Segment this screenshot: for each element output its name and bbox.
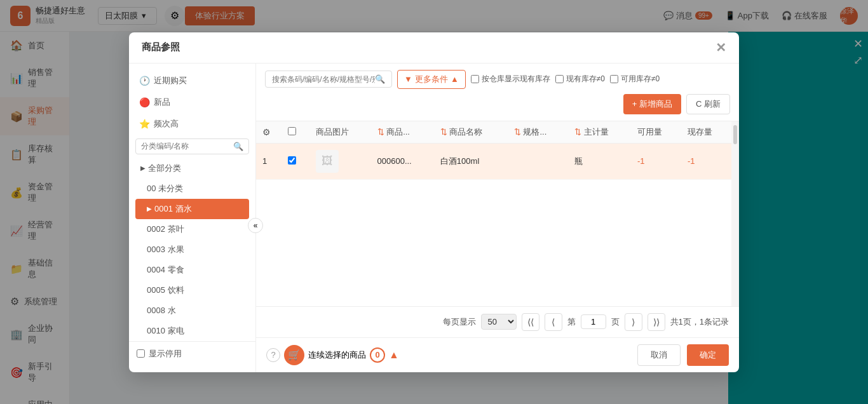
settings-icon[interactable]: ⚙ <box>262 127 271 137</box>
cell-spec <box>508 143 569 179</box>
first-page-btn[interactable]: ⟨⟨ <box>522 313 539 331</box>
th-code-label: 商品... <box>386 127 410 137</box>
new-product-btn[interactable]: + 新增商品 <box>623 94 681 114</box>
page-label: 第 <box>567 316 576 328</box>
cat-item-label: 0008 水 <box>147 305 176 316</box>
checkbox-label: 现有库存≠0 <box>566 74 605 84</box>
last-page-btn[interactable]: ⟩⟩ <box>648 313 665 331</box>
cat-item-label: 0005 饮料 <box>147 285 184 296</box>
th-unit-label: 主计量 <box>584 127 609 137</box>
checkbox-label: 可用库存≠0 <box>621 74 660 84</box>
cat-item-0003[interactable]: 0003 水果 <box>135 239 249 260</box>
triangle-icon: ▶ <box>147 205 152 212</box>
cell-index: 1 <box>256 143 281 179</box>
th-available: 可用量 <box>631 121 681 144</box>
cat-item-label: 全部分类 <box>148 163 181 174</box>
product-table-scroll[interactable]: ⚙ 商品图片 ⇅ <box>256 121 731 306</box>
prev-page-btn[interactable]: ⟨ <box>545 313 562 331</box>
table-row[interactable]: 1 🖼 000600... 白酒100ml <box>256 143 731 179</box>
continuous-select-label: 连续选择的商品 <box>308 349 366 361</box>
avail-ne0-checkbox[interactable] <box>610 75 618 83</box>
th-spec-label: 规格... <box>523 127 546 137</box>
confirm-btn[interactable]: 确定 <box>687 344 729 366</box>
category-tree: ▶ 全部分类 00 未分类 ▶ 0001 酒水 0002 茶叶 0003 水果 <box>129 158 255 341</box>
collapse-arrow-icon[interactable]: ▲ <box>389 349 399 361</box>
quick-item-label: 近期购买 <box>154 75 187 86</box>
per-page-select[interactable]: 50 20 100 <box>481 314 517 330</box>
selected-count-badge: 0 <box>370 347 385 363</box>
checkbox-stock-ne0: 现有库存≠0 <box>555 74 605 84</box>
th-image: 商品图片 <box>309 121 370 144</box>
cat-item-0010[interactable]: 0010 家电 <box>135 321 249 341</box>
table-header-row: ⚙ 商品图片 ⇅ <box>256 121 731 144</box>
product-search-input[interactable] <box>272 75 375 84</box>
th-image-label: 商品图片 <box>316 127 349 137</box>
quick-item-frequent[interactable]: ⭐ 频次高 <box>129 113 255 135</box>
th-checkbox <box>281 121 309 144</box>
cat-item-0004[interactable]: 0004 零食 <box>135 260 249 280</box>
category-search-input[interactable] <box>141 142 233 151</box>
quick-item-new[interactable]: 🔴 新品 <box>129 91 255 113</box>
checkbox-label: 按仓库显示现有库存 <box>482 74 550 84</box>
checkbox-warehouse: 按仓库显示现有库存 <box>471 74 550 84</box>
filter-arrow-icon: ▲ <box>451 74 459 84</box>
quick-item-label: 频次高 <box>154 118 179 130</box>
cat-item-0001[interactable]: ▶ 0001 酒水 <box>135 199 249 219</box>
th-name-label: 商品名称 <box>449 127 482 137</box>
cancel-btn[interactable]: 取消 <box>637 344 681 366</box>
cat-item-label: 0003 水果 <box>147 244 184 255</box>
selected-count-area: ? 🛒 连续选择的商品 0 ▲ <box>266 345 631 365</box>
quick-item-label: 新品 <box>154 97 170 108</box>
page-input[interactable] <box>581 314 606 329</box>
product-search-wrap: 🔍 <box>265 71 392 88</box>
page-suffix: 页 <box>611 316 620 328</box>
collapse-btn[interactable]: « <box>248 218 263 233</box>
help-icon[interactable]: ? <box>266 348 280 362</box>
show-disabled-checkbox[interactable] <box>137 349 145 358</box>
refresh-btn[interactable]: C 刷新 <box>686 94 730 114</box>
cat-item-label: 0010 家电 <box>147 325 184 337</box>
modal-overlay: 商品参照 ✕ 🕐 近期购买 🔴 新品 ⭐ 频次高 <box>0 0 868 404</box>
cell-checkbox <box>281 143 309 179</box>
modal-right-panel: 🔍 ▼ 更多条件 ▲ 按仓库显示现有库存 现有库存≠0 <box>256 64 739 372</box>
modal-header: 商品参照 ✕ <box>129 32 739 64</box>
modal-footer: ? 🛒 连续选择的商品 0 ▲ 取消 确定 <box>256 337 739 372</box>
warehouse-checkbox[interactable] <box>471 75 479 83</box>
sort-icon: ⇅ <box>574 127 581 137</box>
per-page-label: 每页显示 <box>443 316 476 328</box>
filter-icon: ▼ <box>404 74 412 84</box>
th-name[interactable]: ⇅ 商品名称 <box>434 121 508 144</box>
star-icon: ⭐ <box>139 119 150 129</box>
modal-close-btn[interactable]: ✕ <box>715 41 726 54</box>
triangle-icon: ▶ <box>140 165 146 172</box>
cell-available: -1 <box>631 143 681 179</box>
cat-item-00[interactable]: 00 未分类 <box>135 178 249 199</box>
stock-ne0-checkbox[interactable] <box>555 75 564 83</box>
cat-item-label: 00 未分类 <box>147 183 183 194</box>
next-page-btn[interactable]: ⟩ <box>625 313 642 331</box>
scrollbar[interactable] <box>731 121 739 306</box>
cell-image: 🖼 <box>309 143 370 179</box>
row-checkbox[interactable] <box>288 156 296 165</box>
cell-unit: 瓶 <box>568 143 631 179</box>
cat-item-0002[interactable]: 0002 茶叶 <box>135 219 249 239</box>
th-code[interactable]: ⇅ 商品... <box>371 121 434 144</box>
quick-item-recent[interactable]: 🕐 近期购买 <box>129 70 255 91</box>
cat-item-0008[interactable]: 0008 水 <box>135 300 249 321</box>
cell-stock: -1 <box>681 143 731 179</box>
product-table: ⚙ 商品图片 ⇅ <box>256 121 731 180</box>
footer-btns: 取消 确定 <box>637 344 729 366</box>
cat-item-label: 0001 酒水 <box>154 203 192 215</box>
th-spec[interactable]: ⇅ 规格... <box>508 121 569 144</box>
th-unit[interactable]: ⇅ 主计量 <box>568 121 631 144</box>
modal-pagination: 每页显示 50 20 100 ⟨⟨ ⟨ 第 页 ⟩ ⟩⟩ 共1页，1条记录 <box>256 306 739 337</box>
show-disabled-label: 显示停用 <box>149 348 182 360</box>
filter-btn[interactable]: ▼ 更多条件 ▲ <box>397 70 466 89</box>
cat-item-0005[interactable]: 0005 饮料 <box>135 280 249 300</box>
total-info: 共1页，1条记录 <box>670 316 729 328</box>
cat-item-all[interactable]: ▶ 全部分类 <box>135 158 249 178</box>
clock-icon: 🕐 <box>139 76 150 86</box>
select-all-checkbox[interactable] <box>288 127 296 135</box>
modal-left-panel: 🕐 近期购买 🔴 新品 ⭐ 频次高 🔍 « <box>129 64 256 372</box>
sort-icon: ⇅ <box>514 127 521 137</box>
